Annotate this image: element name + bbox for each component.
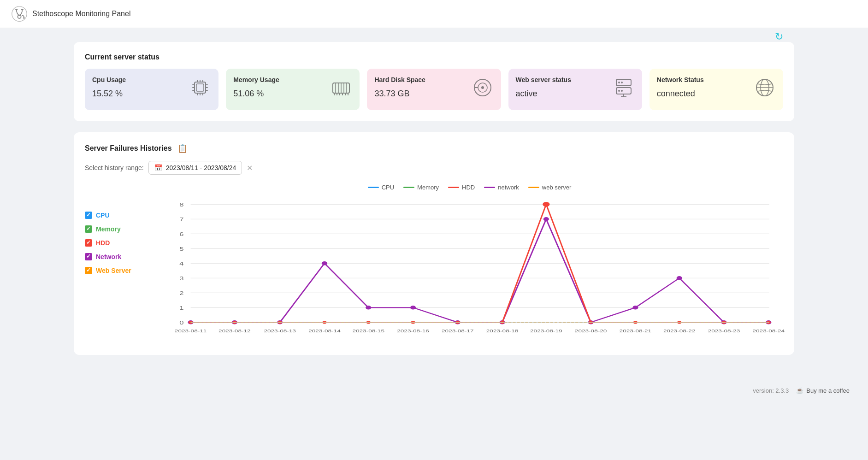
- legend-checkbox-cpu[interactable]: [85, 212, 92, 219]
- svg-text:8: 8: [179, 201, 183, 207]
- svg-point-89: [677, 276, 682, 280]
- svg-text:2023-08-21: 2023-08-21: [620, 328, 652, 333]
- legend-top-hdd: HDD: [448, 184, 475, 191]
- buy-coffee-link[interactable]: ☕ Buy me a coffee: [796, 387, 850, 394]
- network-icon: [753, 76, 777, 104]
- legend-label-network: Network: [96, 253, 121, 260]
- svg-text:2023-08-19: 2023-08-19: [530, 328, 562, 333]
- failures-chart: 0 1 2 3 4 5 6 7 8 2023-08-11 2023-08-12 …: [156, 195, 783, 342]
- legend-top-memory: Memory: [403, 184, 439, 191]
- network-status-card: Network Status connected: [650, 69, 783, 110]
- cpu-status-card: Cpu Usage 15.52 %: [85, 69, 218, 110]
- chart-area: CPU Memory HDD Network Web Server: [85, 184, 783, 344]
- svg-point-83: [410, 306, 416, 310]
- svg-point-86: [543, 217, 549, 221]
- svg-point-38: [621, 82, 623, 83]
- legend-checkbox-hdd[interactable]: [85, 239, 92, 247]
- svg-text:2023-08-16: 2023-08-16: [397, 328, 429, 333]
- legend-item-cpu[interactable]: CPU: [85, 212, 145, 219]
- svg-text:7: 7: [179, 216, 183, 222]
- legend-top-cpu-label: CPU: [382, 184, 394, 191]
- calendar-icon: 📅: [154, 164, 162, 171]
- svg-text:2023-08-15: 2023-08-15: [352, 328, 384, 333]
- svg-point-37: [618, 82, 620, 83]
- svg-text:2023-08-20: 2023-08-20: [575, 328, 607, 333]
- stethoscope-icon: [11, 6, 28, 22]
- legend-item-network[interactable]: Network: [85, 253, 145, 260]
- legend-top-network-color: [484, 187, 495, 188]
- svg-text:2023-08-17: 2023-08-17: [442, 328, 474, 333]
- legend-item-hdd[interactable]: HDD: [85, 239, 145, 247]
- svg-point-39: [618, 90, 620, 92]
- memory-icon: [329, 76, 353, 104]
- legend-checkbox-network[interactable]: [85, 253, 92, 260]
- current-status-card: Current server status ↻ Cpu Usage 15.52 …: [74, 42, 794, 121]
- svg-point-33: [481, 86, 484, 89]
- app-title: Stethoscope Monitoring Panel: [32, 10, 130, 18]
- web-server-icon: [612, 76, 636, 104]
- date-range-picker[interactable]: 📅 2023/08/11 - 2023/08/24: [148, 161, 242, 175]
- current-status-title: Current server status: [85, 53, 783, 61]
- hdd-icon: [471, 76, 495, 104]
- legend-top-webserver-color: [528, 187, 539, 188]
- cpu-icon: [188, 76, 212, 104]
- svg-text:2023-08-23: 2023-08-23: [708, 328, 740, 333]
- top-bar: Stethoscope Monitoring Panel: [0, 0, 868, 28]
- date-range-clear-button[interactable]: ✕: [247, 164, 253, 172]
- date-range-row: Select history range: 📅 2023/08/11 - 202…: [85, 161, 783, 175]
- svg-text:2023-08-22: 2023-08-22: [663, 328, 696, 333]
- footer: version: 2.3.3 ☕ Buy me a coffee: [0, 380, 868, 401]
- svg-text:2023-08-24: 2023-08-24: [752, 328, 785, 333]
- version-label: version: 2.3.3: [753, 387, 789, 394]
- svg-point-82: [366, 306, 371, 310]
- legend-top-memory-label: Memory: [417, 184, 439, 191]
- failures-icon: 📋: [177, 143, 188, 153]
- legend-top-memory-color: [403, 187, 414, 188]
- svg-point-92: [543, 202, 549, 207]
- legend-top-network: network: [484, 184, 519, 191]
- legend-label-cpu: CPU: [96, 212, 110, 219]
- svg-text:3: 3: [179, 275, 183, 281]
- svg-point-81: [322, 261, 327, 265]
- svg-text:2023-08-12: 2023-08-12: [218, 328, 251, 333]
- svg-text:6: 6: [179, 231, 183, 237]
- failures-header: Server Failures Histories 📋: [85, 143, 783, 153]
- date-range-label: Select history range:: [85, 164, 144, 171]
- legend-top-cpu-color: [368, 187, 379, 188]
- legend-top-hdd-label: HDD: [462, 184, 475, 191]
- chart-legend: CPU Memory HDD Network Web Server: [85, 184, 145, 344]
- svg-text:4: 4: [179, 260, 183, 266]
- legend-checkbox-webserver[interactable]: [85, 267, 92, 274]
- buy-coffee-label: Buy me a coffee: [806, 387, 850, 394]
- legend-top-webserver-label: web server: [542, 184, 572, 191]
- svg-point-0: [12, 6, 27, 21]
- svg-text:2: 2: [179, 290, 183, 296]
- refresh-button[interactable]: ↻: [775, 31, 783, 43]
- chart-legend-top: CPU Memory HDD network: [156, 184, 783, 191]
- legend-checkbox-memory[interactable]: [85, 225, 92, 233]
- main-content: Current server status ↻ Cpu Usage 15.52 …: [0, 28, 868, 380]
- memory-status-card: Memory Usage 51.06 %: [226, 69, 360, 110]
- web-status-card: Web server status active: [508, 69, 642, 110]
- legend-top-webserver: web server: [528, 184, 572, 191]
- svg-text:1: 1: [179, 305, 183, 311]
- svg-text:2023-08-14: 2023-08-14: [308, 328, 341, 333]
- svg-text:5: 5: [179, 246, 183, 252]
- legend-top-cpu: CPU: [368, 184, 394, 191]
- date-range-value: 2023/08/11 - 2023/08/24: [166, 164, 236, 171]
- coffee-icon: ☕: [796, 387, 803, 394]
- svg-text:0: 0: [179, 319, 183, 325]
- svg-text:2023-08-11: 2023-08-11: [175, 328, 207, 333]
- legend-item-webserver[interactable]: Web Server: [85, 267, 145, 274]
- svg-point-40: [621, 90, 623, 92]
- legend-top-hdd-color: [448, 187, 459, 188]
- svg-text:2023-08-18: 2023-08-18: [486, 328, 519, 333]
- failures-card: Server Failures Histories 📋 Select histo…: [74, 132, 794, 355]
- svg-rect-6: [196, 84, 204, 91]
- legend-label-webserver: Web Server: [96, 267, 131, 274]
- legend-item-memory[interactable]: Memory: [85, 225, 145, 233]
- chart-container: CPU Memory HDD network: [156, 184, 783, 344]
- hdd-status-card: Hard Disk Space 33.73 GB: [367, 69, 501, 110]
- status-cards-grid: Cpu Usage 15.52 %: [85, 69, 783, 110]
- failures-title: Server Failures Histories: [85, 144, 172, 153]
